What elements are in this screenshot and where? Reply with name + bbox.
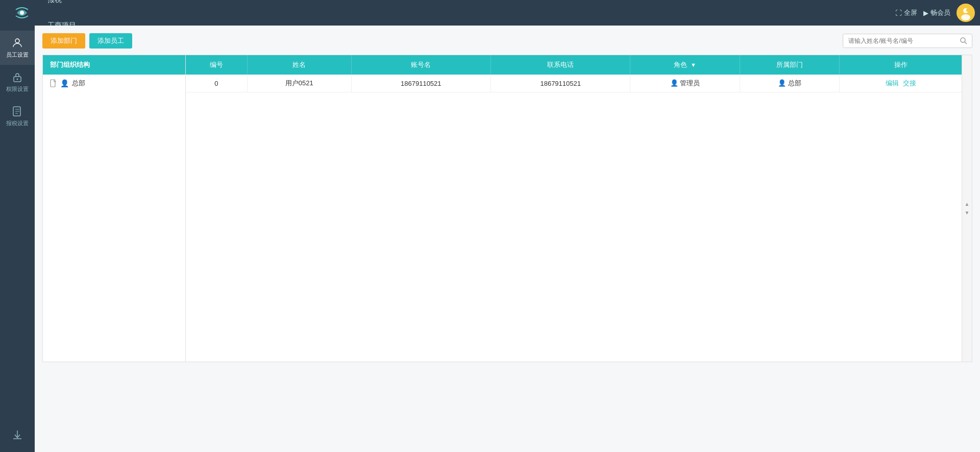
cell-phone: 18679110521	[491, 75, 630, 92]
app-logo	[5, 4, 38, 22]
th-role[interactable]: 角色 ▼	[630, 55, 740, 75]
avatar[interactable]	[957, 4, 975, 22]
cell-role: 👤 管理员	[630, 75, 740, 92]
svg-rect-10	[51, 80, 55, 87]
download-icon	[11, 429, 23, 441]
lock-icon	[11, 71, 23, 83]
table-header: 编号 姓名 账号名 联系电话 角色 ▼ 所属部门 操作	[186, 55, 962, 75]
scroll-up-arrow[interactable]: ▲	[963, 200, 971, 208]
sidebar: 员工设置 权限设置 报税设置	[0, 26, 35, 452]
content-area: 添加部门 添加员工 部门组织结构	[35, 26, 980, 452]
top-nav-right: ⛶ 全屏 ▶ 畅会员	[895, 4, 975, 22]
file-icon	[50, 79, 57, 87]
th-name: 姓名	[247, 55, 351, 75]
add-employee-button[interactable]: 添加员工	[89, 33, 132, 49]
dept-tree-item-label: 总部	[72, 79, 85, 88]
action-编辑[interactable]: 编辑	[886, 79, 899, 87]
sidebar-item-download[interactable]	[0, 422, 35, 447]
svg-point-4	[15, 39, 19, 43]
svg-point-2	[961, 14, 970, 20]
search-box	[843, 34, 972, 48]
table-header-row: 编号 姓名 账号名 联系电话 角色 ▼ 所属部门 操作	[186, 55, 962, 75]
th-role-label: 角色	[674, 61, 687, 68]
th-id: 编号	[186, 55, 247, 75]
cell-id: 0	[186, 75, 247, 92]
fullscreen-icon: ⛶	[895, 9, 902, 17]
employee-table-section: 编号 姓名 账号名 联系电话 角色 ▼ 所属部门 操作	[186, 55, 962, 362]
cell-actions: 编辑交接	[840, 75, 962, 92]
nav-item-报税[interactable]: 报税	[38, 0, 85, 13]
th-dept: 所属部门	[740, 55, 839, 75]
dept-tree: 部门组织结构 👤 总部	[43, 55, 186, 362]
tax-icon	[11, 105, 23, 117]
svg-line-9	[965, 42, 967, 44]
sidebar-item-tax-settings[interactable]: 报税设置	[0, 99, 35, 133]
cell-dept: 👤 总部	[740, 75, 839, 92]
fullscreen-button[interactable]: ⛶ 全屏	[895, 8, 917, 17]
employee-area: 部门组织结构 👤 总部 编号 姓名	[42, 55, 972, 362]
employee-table: 编号 姓名 账号名 联系电话 角色 ▼ 所属部门 操作	[186, 55, 962, 92]
scroll-down-arrow[interactable]: ▼	[963, 208, 971, 217]
main-layout: 员工设置 权限设置 报税设置	[0, 26, 980, 452]
search-input[interactable]	[843, 35, 955, 47]
th-actions: 操作	[840, 55, 962, 75]
vip-button[interactable]: ▶ 畅会员	[923, 8, 950, 17]
sidebar-item-label: 报税设置	[6, 120, 29, 127]
vip-label: 畅会员	[930, 8, 950, 17]
filter-icon: ▼	[691, 62, 696, 68]
dept-tree-header: 部门组织结构	[43, 55, 185, 75]
sidebar-item-label: 员工设置	[6, 51, 29, 59]
person-settings-icon	[11, 37, 23, 49]
sidebar-item-permission-settings[interactable]: 权限设置	[0, 65, 35, 99]
action-交接[interactable]: 交接	[903, 79, 916, 87]
add-dept-button[interactable]: 添加部门	[42, 33, 85, 49]
svg-point-3	[966, 9, 969, 12]
svg-point-0	[20, 11, 24, 15]
search-icon	[960, 37, 968, 45]
fullscreen-label: 全屏	[904, 8, 917, 17]
dept-tree-item-general[interactable]: 👤 总部	[43, 75, 185, 92]
scroll-arrows: ▲ ▼	[962, 55, 972, 362]
cell-account: 18679110521	[351, 75, 491, 92]
top-navigation: 首页客户收费票据记账报税工商项目消息管理经营服务设置 ⛶ 全屏 ▶ 畅会员	[0, 0, 980, 26]
sidebar-item-employee-settings[interactable]: 员工设置	[0, 31, 35, 65]
toolbar: 添加部门 添加员工	[42, 33, 972, 49]
cell-name: 用户0521	[247, 75, 351, 92]
svg-point-6	[17, 79, 18, 80]
search-button[interactable]	[955, 34, 972, 47]
sidebar-item-label: 权限设置	[6, 85, 29, 93]
dept-user-icon: 👤	[60, 79, 69, 87]
vip-icon: ▶	[923, 9, 928, 17]
th-phone: 联系电话	[491, 55, 630, 75]
svg-point-8	[961, 38, 965, 42]
table-row: 0 用户0521 18679110521 18679110521 👤 管理员 👤…	[186, 75, 962, 92]
th-account: 账号名	[351, 55, 491, 75]
table-body: 0 用户0521 18679110521 18679110521 👤 管理员 👤…	[186, 75, 962, 92]
